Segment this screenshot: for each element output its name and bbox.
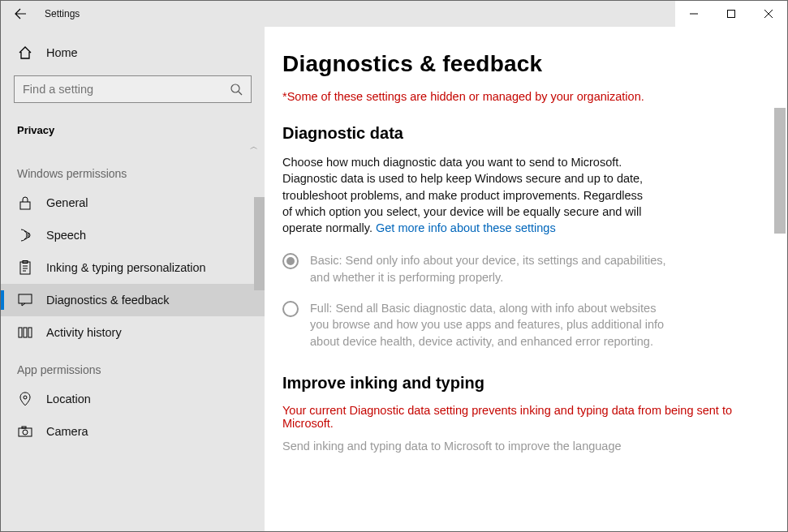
close-button[interactable]: [750, 1, 787, 27]
heading-diagnostic-data: Diagnostic data: [282, 124, 755, 143]
radio-full-label: Full: Send all Basic diagnostic data, al…: [310, 300, 672, 350]
svg-rect-8: [28, 328, 32, 337]
sidebar-item-label: Diagnostics & feedback: [46, 294, 170, 307]
link-more-info[interactable]: Get more info about these settings: [376, 221, 556, 234]
sidebar-item-location[interactable]: Location: [1, 383, 265, 415]
sidebar-scrollbar-thumb[interactable]: [254, 197, 265, 290]
clipboard-icon: [17, 260, 33, 276]
page-title: Diagnostics & feedback: [282, 51, 755, 77]
sidebar-home-label: Home: [46, 46, 78, 59]
radio-icon-checked: [282, 253, 299, 269]
svg-point-9: [24, 396, 27, 399]
svg-rect-2: [20, 202, 30, 209]
camera-icon: [17, 423, 33, 440]
sidebar-item-label: Activity history: [46, 326, 122, 339]
location-icon: [17, 391, 33, 407]
search-input-container[interactable]: [14, 75, 252, 103]
home-icon: [17, 45, 33, 61]
sidebar-item-camera[interactable]: Camera: [1, 415, 265, 448]
breadcrumb: Privacy: [1, 114, 265, 141]
history-icon: [17, 324, 33, 341]
feedback-icon: [17, 292, 33, 308]
sidebar-item-label: Speech: [46, 229, 86, 242]
radio-basic-label: Basic: Send only info about your device,…: [310, 252, 672, 285]
content-scrollbar-thumb[interactable]: [774, 108, 786, 234]
svg-rect-0: [728, 11, 735, 18]
section-windows-permissions: Windows permissions: [1, 152, 265, 187]
minimize-button[interactable]: [675, 1, 713, 27]
radio-full[interactable]: Full: Send all Basic diagnostic data, al…: [282, 300, 672, 350]
sidebar-home[interactable]: Home: [1, 36, 265, 69]
sidebar: Home Privacy ︿ Windows permissions Gener…: [1, 27, 265, 531]
sidebar-item-inking[interactable]: Inking & typing personalization: [1, 251, 265, 284]
chevron-up-icon[interactable]: ︿: [1, 141, 265, 152]
maximize-icon: [727, 10, 735, 18]
content-pane: Diagnostics & feedback *Some of these se…: [265, 27, 787, 531]
heading-inking-typing: Improve inking and typing: [282, 374, 755, 393]
close-icon: [764, 10, 773, 18]
arrow-left-icon: [14, 7, 27, 20]
sidebar-item-label: Camera: [46, 425, 88, 438]
sidebar-item-label: Location: [46, 393, 91, 405]
inking-description: Send inking and typing data to Microsoft…: [282, 438, 656, 454]
svg-point-1: [231, 84, 239, 92]
sidebar-item-general[interactable]: General: [1, 187, 265, 219]
sidebar-item-label: Inking & typing personalization: [46, 261, 206, 274]
svg-point-11: [23, 430, 28, 435]
sidebar-item-diagnostics[interactable]: Diagnostics & feedback: [1, 284, 265, 316]
diagnostic-description: Choose how much diagnostic data you want…: [282, 154, 656, 236]
managed-warning: *Some of these settings are hidden or ma…: [282, 90, 755, 103]
svg-rect-7: [24, 328, 27, 337]
radio-icon-unchecked: [282, 301, 299, 317]
minimize-icon: [690, 10, 698, 18]
section-app-permissions: App permissions: [1, 349, 265, 383]
svg-rect-5: [19, 294, 32, 303]
maximize-button[interactable]: [713, 1, 750, 27]
inking-warning: Your current Diagnostic data setting pre…: [282, 404, 755, 430]
sidebar-item-activity[interactable]: Activity history: [1, 316, 265, 349]
search-icon: [230, 83, 243, 96]
window-title: Settings: [45, 8, 80, 19]
back-button[interactable]: [1, 1, 40, 27]
sidebar-item-label: General: [46, 196, 88, 209]
svg-rect-12: [22, 427, 26, 428]
svg-rect-6: [19, 328, 22, 337]
speech-icon: [17, 227, 33, 243]
lock-icon: [17, 195, 33, 211]
radio-basic[interactable]: Basic: Send only info about your device,…: [282, 252, 672, 285]
search-input[interactable]: [23, 83, 230, 96]
sidebar-item-speech[interactable]: Speech: [1, 219, 265, 251]
